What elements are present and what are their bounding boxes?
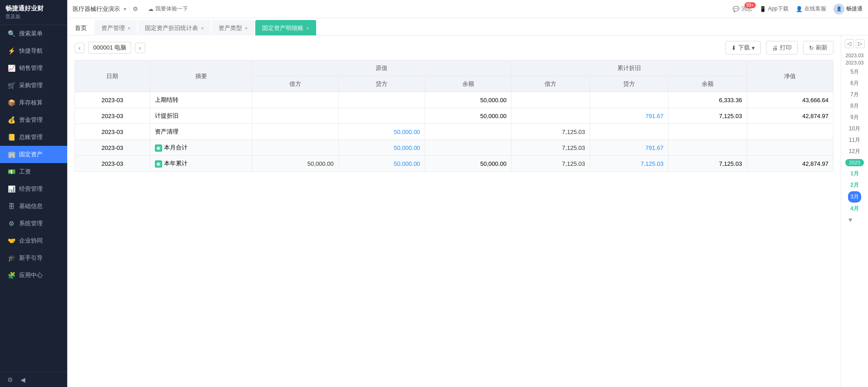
tabs-bar: 首页 资产管理 × 固定资产折旧统计表 × 资产类型 × 固定资产明细账 × — [67, 18, 868, 35]
sidebar-item-quicknav[interactable]: ⚡ 快捷导航 — [0, 42, 67, 60]
timeline-month-2023-4月[interactable]: 4月 — [845, 203, 863, 214]
sidebar-item-system[interactable]: ⚙ 系统管理 — [0, 215, 67, 232]
cell-netvalue: 42,874.97 — [747, 108, 833, 124]
messages-btn[interactable]: 💬 消息 99+ — [733, 5, 752, 13]
app-download-btn[interactable]: 📱 App下载 — [759, 5, 789, 13]
cell-summary: 资产清理 — [150, 124, 252, 140]
user-menu[interactable]: 👤 畅捷通 — [833, 4, 863, 15]
settings-icon[interactable]: ⚙ — [7, 376, 13, 383]
sidebar-item-payroll[interactable]: 💵 工资 — [0, 163, 67, 180]
timeline-month-2023-1月[interactable]: 1月 — [845, 168, 863, 179]
tab-depreciation[interactable]: 固定资产折旧统计表 × — [138, 20, 210, 35]
download-arrow: ▾ — [752, 45, 755, 51]
tab-assets[interactable]: 资产管理 × — [94, 20, 137, 35]
timeline-month-2023-3月[interactable]: 3月 — [848, 191, 861, 203]
sidebar-item-purchase[interactable]: 🛒 采购管理 — [0, 77, 67, 94]
col-date: 日期 — [75, 60, 150, 92]
timeline-nav-down[interactable]: ▼ — [845, 214, 863, 225]
cell-ov-credit: 50,000.00 — [338, 156, 425, 172]
sidebar-label-ledger: 总账管理 — [19, 133, 43, 141]
cell-ad-credit — [590, 124, 668, 140]
tab-assets-close[interactable]: × — [128, 25, 130, 31]
service-icon: 👤 — [796, 6, 803, 12]
appcenter-icon: 🧩 — [7, 271, 15, 279]
cell-ov-debit — [252, 92, 338, 108]
timeline-expand-btn[interactable]: ▷ — [856, 39, 865, 48]
topbar-settings-icon[interactable]: ⚙ — [130, 5, 141, 13]
sidebar-label-base: 基础信息 — [19, 202, 43, 210]
col-originalvalue: 原值 — [252, 60, 511, 76]
download-icon: 📱 — [759, 6, 766, 12]
timeline-month-12月[interactable]: 12月 — [845, 146, 863, 157]
sidebar-item-funds[interactable]: 💰 资金管理 — [0, 111, 67, 129]
tab-detail-close[interactable]: × — [306, 25, 309, 31]
cell-ov-credit: 50,000.00 — [338, 124, 425, 140]
sidebar-item-fixedassets[interactable]: 🏢 固定资产 — [0, 146, 67, 163]
tab-detail-label: 固定资产明细账 — [262, 24, 303, 32]
cell-summary: 计提折旧 — [150, 108, 252, 124]
cell-ov-balance: 50,000.00 — [425, 108, 511, 124]
cell-ov-debit — [252, 124, 338, 140]
toolbar-actions: ⬇ 下载 ▾ 🖨 打印 ↻ 刷新 — [725, 41, 833, 55]
print-btn[interactable]: 🖨 打印 — [766, 41, 798, 55]
tab-home[interactable]: 首页 — [68, 20, 94, 35]
timeline-collapse-btn[interactable]: ◁ — [845, 39, 854, 48]
timeline-year-2023[interactable]: 2023 — [845, 159, 863, 166]
col-accumulated: 累计折旧 — [511, 60, 747, 76]
tab-depreciation-close[interactable]: × — [201, 25, 203, 31]
timeline-month-10月[interactable]: 10月 — [845, 123, 863, 134]
sidebar-item-enterprise[interactable]: 🤝 企业协同 — [0, 232, 67, 249]
prev-asset-btn[interactable]: ‹ — [74, 43, 84, 53]
timeline-month-6月[interactable]: 6月 — [845, 78, 863, 89]
newuser-icon: 🎓 — [7, 254, 15, 262]
group-badge: ▣ — [155, 160, 162, 168]
col-ov-credit: 贷方 — [338, 76, 425, 92]
cell-ad-debit — [511, 92, 590, 108]
sidebar-label-enterprise: 企业协同 — [19, 237, 43, 245]
refresh-btn[interactable]: ↻ 刷新 — [803, 41, 833, 55]
col-ad-credit: 贷方 — [590, 76, 668, 92]
refresh-icon: ↻ — [809, 45, 814, 51]
tab-detail[interactable]: 固定资产明细账 × — [255, 20, 316, 35]
cell-ov-credit — [338, 108, 425, 124]
table-row: 2023-03 ▣本年累计 50,000.00 50,000.00 50,000… — [75, 156, 833, 172]
sidebar-item-appcenter[interactable]: 🧩 应用中心 — [0, 267, 67, 284]
tab-assettype[interactable]: 资产类型 × — [212, 20, 254, 35]
timeline-month-7月[interactable]: 7月 — [845, 89, 863, 100]
sidebar-item-base[interactable]: 🗄 基础信息 — [0, 198, 67, 215]
download-btn[interactable]: ⬇ 下载 ▾ — [725, 41, 761, 55]
sidebar-item-newuser[interactable]: 🎓 新手引导 — [0, 249, 67, 267]
online-service-btn[interactable]: 👤 在线客服 — [796, 5, 826, 13]
main-area: 医疗器械行业演示 ▾ ⚙ ☁ 我要体验一下 💬 消息 99+ 📱 App下载 👤… — [67, 0, 868, 387]
sidebar-label-system: 系统管理 — [19, 219, 43, 228]
toolbar-row: ‹ 000001 电脑 › ⬇ 下载 ▾ 🖨 打印 ↻ — [74, 41, 833, 55]
timeline-month-2023-2月[interactable]: 2月 — [845, 179, 863, 191]
timeline-month-9月[interactable]: 9月 — [845, 112, 863, 123]
cell-ad-balance — [668, 124, 747, 140]
cell-ov-debit: 50,000.00 — [252, 156, 338, 172]
timeline-month-5月[interactable]: 5月 — [845, 66, 863, 78]
messages-icon: 💬 — [733, 6, 739, 12]
cell-date: 2023-03 — [75, 140, 150, 156]
collapse-icon[interactable]: ◀ — [20, 376, 25, 383]
sidebar-nav: 🔍 搜索菜单 ⚡ 快捷导航 📈 销售管理 🛒 采购管理 📦 库存核算 💰 资金管… — [0, 25, 67, 372]
table-row: 2023-03 计提折旧 50,000.00 791.67 7,125.03 4… — [75, 108, 833, 124]
sidebar-item-sales[interactable]: 📈 销售管理 — [0, 60, 67, 77]
cell-date: 2023-03 — [75, 124, 150, 140]
topbar-dropdown-arrow[interactable]: ▾ — [124, 6, 126, 12]
tab-assettype-close[interactable]: × — [245, 25, 248, 31]
sidebar-item-inventory[interactable]: 📦 库存核算 — [0, 94, 67, 111]
sidebar-item-ledger[interactable]: 📒 总账管理 — [0, 129, 67, 146]
tab-assets-label: 资产管理 — [101, 24, 125, 32]
cell-ad-credit: 7,125.03 — [590, 156, 668, 172]
sidebar-label-newuser: 新手引导 — [19, 254, 43, 262]
sidebar-item-management[interactable]: 📊 经营管理 — [0, 180, 67, 198]
timeline-month-8月[interactable]: 8月 — [845, 100, 863, 112]
next-asset-btn[interactable]: › — [135, 43, 145, 53]
asset-code-tag: 000001 电脑 — [88, 42, 131, 54]
cell-netvalue: 43,666.64 — [747, 92, 833, 108]
sidebar-item-search[interactable]: 🔍 搜索菜单 — [0, 25, 67, 42]
cell-netvalue — [747, 124, 833, 140]
topbar-experience-btn[interactable]: ☁ 我要体验一下 — [144, 4, 192, 14]
timeline-month-11月[interactable]: 11月 — [845, 134, 863, 146]
